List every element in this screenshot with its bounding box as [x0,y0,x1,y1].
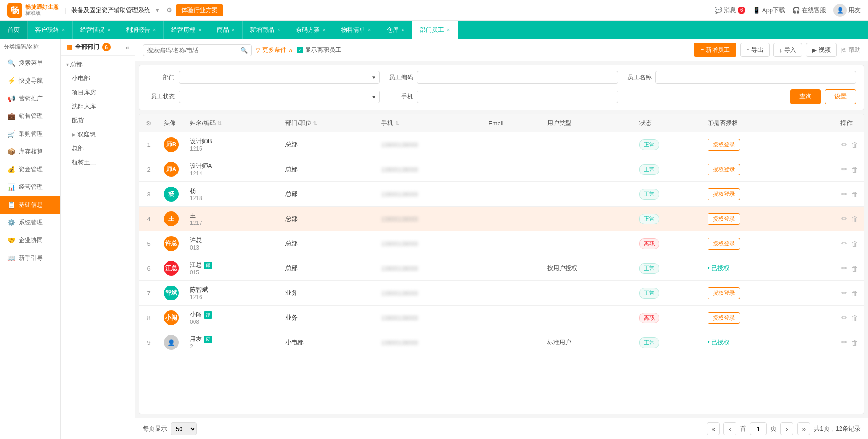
close-icon[interactable]: × [198,27,201,33]
sidebar-item-search[interactable]: 🔍搜索菜单 [0,54,60,72]
tab-home[interactable]: 首页 [0,21,28,39]
edit-icon[interactable]: ✏ [841,289,847,297]
filter-dept-select[interactable]: ▾ [179,71,380,84]
sort-icon[interactable]: ⇅ [217,120,222,126]
close-icon[interactable]: × [323,27,326,33]
tab-employees[interactable]: 部门员工 × [412,21,458,39]
sidebar-item-guide[interactable]: 📖新手引导 [0,249,60,267]
tab-customer[interactable]: 客户联络 × [28,21,73,39]
filter-empname-input[interactable] [655,71,856,84]
dept-item-xiaodibu[interactable]: 小电部 [61,71,135,85]
tab-add-goods[interactable]: 新增商品 × [243,21,288,39]
prev-page-btn[interactable]: ‹ [723,422,736,435]
sort-icon[interactable]: ⇅ [313,120,317,126]
close-icon[interactable]: × [447,27,450,33]
close-icon[interactable]: × [368,27,371,33]
dept-item-distribution[interactable]: 配货 [61,113,135,127]
sidebar-item-system[interactable]: ⚙️系统管理 [0,214,60,231]
auth-login-button[interactable]: 授权登录 [708,164,740,175]
delete-icon[interactable]: 🗑 [851,190,858,198]
online-service-btn[interactable]: 🎧 在线客服 [792,6,826,14]
edit-icon[interactable]: ✏ [841,239,847,248]
auth-login-button[interactable]: 授权登录 [708,312,740,324]
resigned-checkbox[interactable]: ✓ [297,47,303,53]
sidebar-item-sales[interactable]: 💼销售管理 [0,107,60,125]
first-page-btn[interactable]: « [707,422,720,435]
dept-item-zongbu[interactable]: 总部 [61,141,135,155]
auth-login-button[interactable]: 授权登录 [708,213,740,225]
next-page-btn[interactable]: › [780,422,793,435]
page-size-select[interactable]: 50 100 [171,422,197,435]
tab-profit[interactable]: 利润报告 × [118,21,164,39]
app-download-btn[interactable]: 📱 App下载 [753,6,785,14]
collapse-btn[interactable]: « [126,44,129,51]
dropdown-icon[interactable]: ▾ [156,7,159,14]
edit-icon[interactable]: ✏ [841,314,847,322]
settings-icon[interactable]: ⚙ [167,7,172,14]
delete-icon[interactable]: 🗑 [851,166,858,174]
import-button[interactable]: ↓ 导入 [773,43,803,57]
edit-icon[interactable]: ✏ [841,165,847,174]
sort-icon[interactable]: ⇅ [395,120,399,126]
edit-icon[interactable]: ✏ [841,190,847,198]
edit-icon[interactable]: ✏ [841,215,847,223]
edit-icon[interactable]: ✏ [841,338,847,347]
edit-icon[interactable]: ✏ [841,264,847,272]
sidebar-item-finance[interactable]: 💰资金管理 [0,160,60,178]
close-icon[interactable]: × [402,27,404,33]
page-input[interactable] [750,422,767,435]
tab-bom[interactable]: 物料清单 × [333,21,379,39]
delete-icon[interactable]: 🗑 [851,339,858,347]
view-button[interactable]: ▶ 视频 [806,43,837,57]
dept-item-shenyang[interactable]: 沈阳大库 [61,99,135,113]
delete-icon[interactable]: 🗑 [851,240,858,248]
close-icon[interactable]: × [277,27,280,33]
dept-item-zhishu[interactable]: 植树王二 [61,155,135,169]
close-icon[interactable]: × [62,27,65,33]
message-btn[interactable]: 💬 消息 6 [715,6,745,14]
gear-icon[interactable]: ⚙ [146,120,152,127]
tab-history[interactable]: 经营历程 × [164,21,209,39]
sidebar-item-inventory[interactable]: 📦库存核算 [0,143,60,160]
dept-item-general[interactable]: ▾ 总部 [61,57,135,71]
tab-goods[interactable]: 商品 × [209,21,243,39]
close-icon[interactable]: × [153,27,156,33]
close-icon[interactable]: × [107,27,110,33]
auth-login-button[interactable]: 授权登录 [708,287,740,299]
dept-item-project[interactable]: 项目库房 [61,85,135,99]
add-employee-button[interactable]: + 新增员工 [694,43,736,57]
query-button[interactable]: 查询 [790,89,821,104]
export-button[interactable]: ↑ 导出 [740,43,770,57]
sidebar-search-input[interactable] [4,43,61,50]
dept-item-shuangting[interactable]: ▶ 双庭想 [61,127,135,141]
more-conditions-btn[interactable]: ▽ 更多条件 ∧ [256,46,293,54]
last-page-btn[interactable]: » [797,422,810,435]
set-button[interactable]: 设置 [825,89,856,104]
delete-icon[interactable]: 🗑 [851,215,858,223]
search-input[interactable] [147,47,240,54]
sidebar-item-marketing[interactable]: 📢营销推广 [0,90,60,107]
sidebar-item-nav[interactable]: ⚡快捷导航 [0,72,60,90]
help-button[interactable]: |⊕ 帮助 [840,46,861,54]
delete-icon[interactable]: 🗑 [851,314,858,322]
search-icon[interactable]: 🔍 [240,47,248,54]
auth-login-button[interactable]: 授权登录 [708,139,740,151]
trial-button[interactable]: 体验行业方案 [176,4,223,16]
tab-operation[interactable]: 经营情况 × [73,21,118,39]
filter-empcode-input[interactable] [417,71,618,84]
delete-icon[interactable]: 🗑 [851,265,858,272]
sidebar-item-basic[interactable]: 📋基础信息 [0,196,60,214]
delete-icon[interactable]: 🗑 [851,141,858,149]
tab-warehouse[interactable]: 仓库 × [379,21,412,39]
edit-icon[interactable]: ✏ [841,140,847,149]
auth-login-button[interactable]: 授权登录 [708,188,740,200]
delete-icon[interactable]: 🗑 [851,289,858,297]
auth-login-button[interactable]: 授权登录 [708,238,740,250]
sidebar-item-collab[interactable]: 🤝企业协同 [0,231,60,249]
tab-barcode[interactable]: 条码方案 × [288,21,333,39]
sidebar-item-business[interactable]: 📊经营管理 [0,178,60,196]
user-avatar[interactable]: 👤 用友 [833,4,861,17]
sidebar-item-purchase[interactable]: 🛒采购管理 [0,125,60,143]
filter-phone-input[interactable] [417,91,618,103]
close-icon[interactable]: × [232,27,235,33]
